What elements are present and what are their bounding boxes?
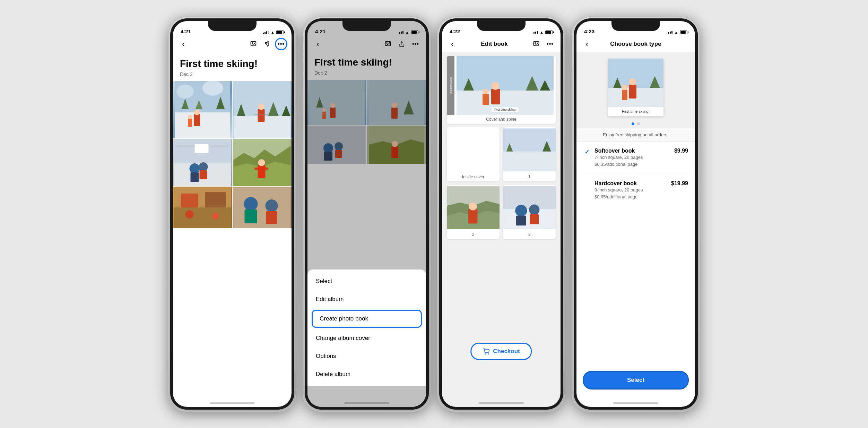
svg-point-42 <box>185 210 194 219</box>
svg-rect-84 <box>483 94 489 105</box>
battery-icon-3 <box>545 31 553 34</box>
album-title-2: First time skiing! <box>307 52 426 69</box>
back-button-4[interactable]: ‹ <box>581 38 593 50</box>
book-cover-card[interactable]: First time skiing! <box>447 56 556 124</box>
dot-1 <box>632 122 634 125</box>
hardcover-info: Hardcover book 9-inch square, 20 pages$0… <box>594 180 667 200</box>
hardcover-price: $19.99 <box>671 180 688 187</box>
select-button[interactable]: Select <box>583 371 689 390</box>
menu-item-options[interactable]: Options <box>307 347 426 365</box>
time-3: 4:22 <box>450 28 460 34</box>
svg-rect-37 <box>264 168 268 170</box>
add-photo-button-3[interactable] <box>530 38 542 50</box>
photo-1[interactable] <box>173 81 232 138</box>
svg-rect-4 <box>175 109 230 138</box>
page1-label: 1 <box>503 172 556 181</box>
more-button-2[interactable]: ••• <box>409 38 422 50</box>
notch-3 <box>477 21 526 31</box>
back-button-3[interactable]: ‹ <box>446 38 459 50</box>
svg-rect-30 <box>200 170 207 179</box>
svg-point-63 <box>392 102 397 108</box>
book-inside-cover-card[interactable]: Inside cover <box>447 127 500 181</box>
page3-label: 3 <box>503 230 556 239</box>
back-button-1[interactable]: ‹ <box>177 38 190 50</box>
photo-2[interactable] <box>233 81 292 138</box>
battery-icon-4 <box>680 31 687 34</box>
more-button-3[interactable]: ••• <box>544 38 556 50</box>
add-photo-button-2[interactable] <box>382 38 394 50</box>
photo-grid-2 <box>307 80 426 164</box>
book-carousel: First time skiing! <box>576 52 695 120</box>
svg-rect-13 <box>188 119 192 127</box>
home-indicator-4 <box>613 402 658 404</box>
svg-rect-93 <box>468 209 478 224</box>
status-icons-3: ▲ <box>533 30 553 34</box>
battery-icon-2 <box>411 31 418 34</box>
phone-2: 4:21 ▲ ‹ <box>303 16 431 412</box>
checkout-button[interactable]: Checkout <box>470 343 532 360</box>
svg-rect-87 <box>503 152 556 171</box>
softcover-option[interactable]: ✓ Softcover book 7-inch square, 20 pages… <box>583 142 688 174</box>
checkout-label: Checkout <box>493 348 520 355</box>
photo-grid-1 <box>173 81 292 228</box>
wifi-icon-3: ▲ <box>540 30 544 34</box>
inside-cover-label: Inside cover <box>447 172 500 181</box>
menu-item-change-cover[interactable]: Change album cover <box>307 329 426 347</box>
carousel-dots <box>576 120 695 128</box>
svg-point-21 <box>258 104 264 110</box>
svg-point-108 <box>629 78 636 85</box>
hardcover-option[interactable]: Hardcover book 9-inch square, 20 pages$0… <box>583 174 688 206</box>
phone-screen-1: 4:21 ▲ ‹ <box>173 21 292 407</box>
softcover-check: ✓ <box>583 148 590 155</box>
svg-rect-46 <box>245 209 257 223</box>
menu-item-create-photo-book[interactable]: Create photo book <box>312 310 422 328</box>
book-page1-card[interactable]: 1 <box>503 127 556 181</box>
photo-6[interactable] <box>233 187 292 228</box>
svg-point-1 <box>252 43 253 44</box>
phone-4: 4:23 ▲ ‹ Choose book type <box>572 16 700 412</box>
phone-screen-2: 4:21 ▲ ‹ <box>307 21 426 407</box>
photo-4[interactable] <box>233 139 292 186</box>
free-shipping-banner: Enjoy free shipping on all orders. <box>576 128 695 142</box>
phone-screen-3: 4:22 ▲ ‹ Edit book <box>442 21 561 407</box>
notch-2 <box>342 21 391 31</box>
context-menu-2: Select Edit album Create photo book Chan… <box>307 269 426 386</box>
svg-point-43 <box>212 213 219 220</box>
svg-point-83 <box>492 82 499 90</box>
book-page2-card[interactable]: 2 <box>447 185 500 239</box>
menu-item-select[interactable]: Select <box>307 272 426 290</box>
time-2: 4:21 <box>315 28 326 34</box>
phone-screen-4: 4:23 ▲ ‹ Choose book type <box>576 21 695 407</box>
svg-rect-96 <box>503 209 556 229</box>
album-title-1: First time skiing! <box>173 53 292 71</box>
wifi-icon-4: ▲ <box>674 30 678 34</box>
phone-3: 4:22 ▲ ‹ Edit book <box>437 16 565 412</box>
edit-book-title: Edit book <box>481 41 507 48</box>
signal-icon-2 <box>399 31 403 34</box>
svg-rect-44 <box>234 187 291 228</box>
status-icons-4: ▲ <box>668 30 687 34</box>
back-button-2[interactable]: ‹ <box>312 38 324 50</box>
add-photo-button-1[interactable] <box>247 38 260 50</box>
svg-rect-98 <box>516 216 526 226</box>
photo-3[interactable] <box>173 139 232 186</box>
album-date-2: Dec 2 <box>307 69 426 80</box>
menu-item-delete-album[interactable]: Delete album <box>307 365 426 383</box>
menu-item-edit-album[interactable]: Edit album <box>307 290 426 308</box>
svg-point-99 <box>529 204 539 215</box>
svg-rect-58 <box>322 112 326 119</box>
svg-rect-109 <box>622 90 627 100</box>
share-button-1[interactable] <box>261 38 274 50</box>
more-button-1[interactable]: ••• <box>275 38 287 50</box>
share-button-2[interactable] <box>396 38 408 50</box>
svg-rect-20 <box>258 109 265 122</box>
book-page3-card[interactable]: 3 <box>503 185 556 239</box>
svg-rect-40 <box>181 194 198 207</box>
page2-label: 2 <box>447 230 500 239</box>
photo-5[interactable] <box>173 187 232 228</box>
svg-point-59 <box>322 108 326 112</box>
svg-rect-39 <box>174 207 231 228</box>
time-1: 4:21 <box>181 28 191 34</box>
notch-1 <box>208 21 257 31</box>
svg-point-65 <box>323 143 333 153</box>
